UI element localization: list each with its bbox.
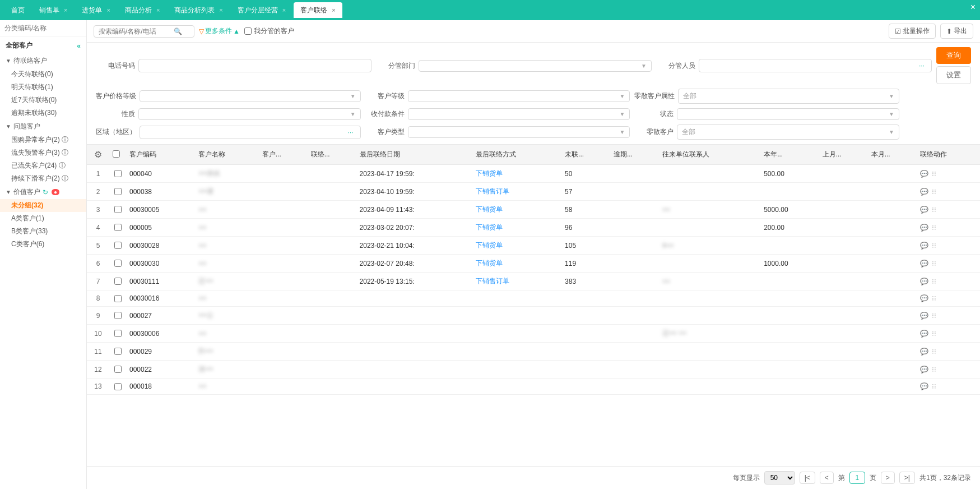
sidebar-item-churn-warning[interactable]: 流失预警客户(3) ⓘ (0, 146, 86, 159)
close-purchase-tab[interactable]: × (106, 7, 110, 13)
first-page-btn[interactable]: |< (800, 472, 815, 484)
sidebar-item-overdue[interactable]: 逾期未联络(30) (0, 107, 86, 119)
message-icon[interactable]: 💬 (920, 170, 928, 178)
price-grade-select[interactable]: ▼ (140, 90, 361, 102)
my-customers-input[interactable] (244, 27, 252, 35)
tab-sales[interactable]: 销售单 × (32, 2, 74, 18)
last-method-link[interactable]: 下销货单 (476, 205, 503, 213)
grid-icon[interactable]: ⁝⁝ (932, 330, 936, 338)
row-checkbox[interactable] (114, 366, 122, 373)
sidebar-item-a-class[interactable]: A类客户(1) (0, 212, 86, 225)
close-product-analysis-tab[interactable]: × (156, 7, 160, 13)
row-checkbox[interactable] (114, 206, 122, 213)
message-icon[interactable]: 💬 (920, 188, 928, 196)
grid-icon[interactable]: ⁝⁝ (932, 366, 936, 373)
tab-purchase[interactable]: 进货单 × (75, 2, 117, 18)
customer-type-select[interactable]: ▼ (408, 126, 630, 138)
last-method-link[interactable]: 下销货单 (476, 241, 503, 249)
grid-icon[interactable]: ⁝⁝ (932, 206, 936, 214)
grid-icon[interactable]: ⁝⁝ (932, 170, 936, 178)
message-icon[interactable]: 💬 (920, 206, 928, 214)
region-more-icon[interactable]: ··· (346, 128, 356, 136)
close-sales-tab[interactable]: × (64, 7, 67, 13)
pending-contact-group[interactable]: ▼ 待联络客户 (0, 54, 86, 68)
sidebar-item-abnormal[interactable]: 囤购异常客户(2) ⓘ (0, 133, 86, 146)
message-icon[interactable]: 💬 (920, 278, 928, 285)
message-icon[interactable]: 💬 (920, 366, 928, 373)
message-icon[interactable]: 💬 (920, 312, 928, 320)
grid-icon[interactable]: ⁝⁝ (932, 224, 936, 232)
row-checkbox[interactable] (114, 170, 122, 177)
message-icon[interactable]: 💬 (920, 294, 928, 302)
grid-icon[interactable]: ⁝⁝ (932, 294, 936, 302)
region-select[interactable]: ··· (140, 126, 361, 139)
grid-icon[interactable]: ⁝⁝ (932, 348, 936, 356)
row-checkbox[interactable] (114, 278, 122, 285)
status-select[interactable]: ▼ (677, 108, 899, 120)
row-checkbox[interactable] (114, 224, 122, 231)
payment-select[interactable]: ▼ (408, 108, 630, 120)
grid-icon[interactable]: ⁝⁝ (932, 260, 936, 267)
tab-customer-contact[interactable]: 客户联络 × (294, 2, 342, 18)
tab-customer-segment[interactable]: 客户分层经营 × (231, 2, 292, 18)
tab-product-list[interactable]: 商品分析列表 × (168, 2, 229, 18)
row-checkbox[interactable] (114, 260, 122, 267)
main-search-icon[interactable]: 🔍 (174, 27, 182, 35)
row-checkbox[interactable] (114, 383, 122, 390)
retail-attr-select[interactable]: 全部 ▼ (678, 89, 899, 104)
next-page-btn[interactable]: > (881, 472, 895, 484)
message-icon[interactable]: 💬 (920, 348, 928, 356)
row-checkbox[interactable] (114, 348, 122, 355)
message-icon[interactable]: 💬 (920, 382, 928, 390)
last-method-link[interactable]: 下销货单 (476, 169, 503, 177)
select-all-checkbox[interactable] (113, 150, 120, 158)
tab-product-analysis[interactable]: 商品分析 × (118, 2, 166, 18)
grid-icon[interactable]: ⁝⁝ (932, 188, 936, 196)
close-customer-segment-tab[interactable]: × (282, 7, 286, 13)
grid-icon[interactable]: ⁝⁝ (932, 382, 936, 390)
row-checkbox[interactable] (114, 188, 122, 195)
table-settings-icon[interactable]: ⚙ (94, 150, 102, 159)
sidebar-item-7days[interactable]: 近7天待联络(0) (0, 94, 86, 107)
phone-input[interactable] (138, 59, 371, 72)
my-customers-checkbox[interactable]: 我分管的客户 (244, 26, 294, 36)
value-customers-group[interactable]: ▼ 价值客户 ↻ ● (0, 185, 86, 199)
row-checkbox[interactable] (114, 312, 122, 319)
collapse-icon[interactable]: « (77, 42, 81, 50)
manager-select[interactable]: ··· (699, 59, 932, 72)
prev-page-btn[interactable]: < (820, 472, 834, 484)
query-button[interactable]: 查询 (936, 47, 971, 64)
last-method-link[interactable]: 下销货单 (476, 223, 503, 231)
message-icon[interactable]: 💬 (920, 330, 928, 338)
close-product-list-tab[interactable]: × (219, 7, 222, 13)
sidebar-item-churned[interactable]: 已流失客户(24) ⓘ (0, 159, 86, 172)
message-icon[interactable]: 💬 (920, 260, 928, 267)
row-checkbox[interactable] (114, 242, 122, 249)
close-customer-contact-tab[interactable]: × (332, 7, 335, 13)
manager-more-icon[interactable]: ··· (917, 62, 927, 70)
last-method-link[interactable]: 下销售订单 (476, 277, 509, 285)
batch-ops-button[interactable]: ☑ 批量操作 (889, 24, 936, 39)
more-conditions-btn[interactable]: ▽ 更多条件 ▲ (199, 26, 240, 36)
per-page-select[interactable]: 50 20 100 (764, 471, 795, 485)
retail-customer-select[interactable]: 全部 ▼ (677, 124, 899, 140)
sidebar-item-ungroups[interactable]: 未分组(32) (0, 199, 86, 212)
sidebar-item-declining[interactable]: 持续下滑客户(2) ⓘ (0, 172, 86, 185)
problem-customers-group[interactable]: ▼ 问题客户 (0, 119, 86, 133)
sidebar-item-c-class[interactable]: C类客户(6) (0, 238, 86, 251)
sidebar-item-today[interactable]: 今天待联络(0) (0, 68, 86, 81)
sidebar-item-b-class[interactable]: B类客户(33) (0, 225, 86, 238)
last-method-link[interactable]: 下销货单 (476, 259, 503, 267)
grid-icon[interactable]: ⁝⁝ (932, 242, 936, 250)
window-close-button[interactable]: × (970, 2, 976, 12)
sidebar-search-input[interactable] (4, 24, 87, 32)
nature-select[interactable]: ▼ (138, 108, 361, 120)
dept-select[interactable]: ▼ (419, 60, 652, 72)
sidebar-item-tomorrow[interactable]: 明天待联络(1) (0, 81, 86, 94)
refresh-icon[interactable]: ↻ (43, 188, 48, 196)
row-checkbox[interactable] (114, 330, 122, 337)
tab-home[interactable]: 首页 (4, 2, 31, 18)
message-icon[interactable]: 💬 (920, 242, 928, 250)
grid-icon[interactable]: ⁝⁝ (932, 278, 936, 285)
last-page-btn[interactable]: >| (899, 472, 915, 484)
